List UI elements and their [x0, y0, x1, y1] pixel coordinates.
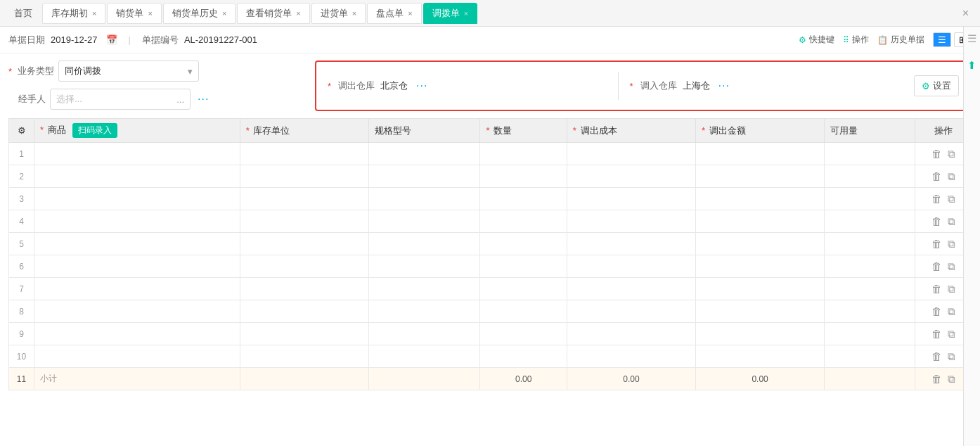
- table-row: 4 🗑 ⧉: [9, 210, 972, 233]
- delete-icon-5[interactable]: 🗑: [931, 238, 942, 250]
- product-cell-3[interactable]: [34, 188, 240, 210]
- operation-btn[interactable]: ⠿ 操作: [843, 34, 869, 46]
- source-warehouse-dots-btn[interactable]: ···: [416, 79, 427, 92]
- qty-cell-8[interactable]: [480, 300, 567, 323]
- qty-cell-5[interactable]: [480, 233, 567, 255]
- product-cell-1[interactable]: [34, 143, 240, 165]
- delete-icon-7[interactable]: 🗑: [931, 283, 942, 295]
- subtotal-qty: 0.00: [480, 368, 567, 390]
- settings-btn[interactable]: ⚙ 设置: [914, 75, 959, 96]
- delete-icon-9[interactable]: 🗑: [931, 328, 942, 340]
- copy-icon-7[interactable]: ⧉: [948, 283, 955, 295]
- tab-view-sales[interactable]: 查看销货单 ×: [237, 3, 309, 24]
- panel-expand-icon[interactable]: ⬆: [967, 59, 976, 72]
- delete-icon-3[interactable]: 🗑: [931, 193, 942, 205]
- qty-cell-7[interactable]: [480, 278, 567, 300]
- cost-cell-6[interactable]: [567, 255, 695, 278]
- product-cell-8[interactable]: [34, 300, 240, 323]
- copy-icon-8[interactable]: ⧉: [948, 305, 955, 318]
- target-warehouse-required: *: [630, 81, 633, 91]
- copy-icon-4[interactable]: ⧉: [948, 215, 955, 228]
- product-cell-4[interactable]: [34, 210, 240, 233]
- tab-sales-history[interactable]: 销货单历史 ×: [163, 3, 236, 24]
- tab-home[interactable]: 首页: [6, 3, 41, 24]
- cost-cell-2[interactable]: [567, 165, 695, 188]
- handler-dots-btn[interactable]: ···: [198, 93, 209, 106]
- tab-stocktake-label: 盘点单: [376, 7, 404, 20]
- product-cell-9[interactable]: [34, 323, 240, 345]
- delete-icon-2[interactable]: 🗑: [931, 170, 942, 182]
- unit-cell-10: [240, 345, 368, 368]
- product-cell-7[interactable]: [34, 278, 240, 300]
- history-btn[interactable]: 📋 历史单据: [877, 34, 924, 46]
- panel-list-icon[interactable]: ☰: [967, 32, 976, 45]
- cost-cell-1[interactable]: [567, 143, 695, 165]
- shortcut-btn[interactable]: ⚙ 快捷键: [799, 34, 834, 46]
- tab-inventory-init-close[interactable]: ×: [92, 9, 96, 18]
- product-cell-5[interactable]: [34, 233, 240, 255]
- copy-icon-9[interactable]: ⧉: [948, 328, 955, 340]
- target-warehouse-dots-btn[interactable]: ···: [718, 79, 730, 92]
- cost-cell-8[interactable]: [567, 300, 695, 323]
- warehouse-section: * 调出仓库 北京仓 ··· * 调入仓库 上海仓 ··· ⚙ 设置: [315, 60, 972, 111]
- tab-transfer[interactable]: 调拨单 ×: [423, 3, 477, 24]
- available-cell-3: [825, 188, 915, 210]
- copy-icon-2[interactable]: ⧉: [948, 170, 955, 183]
- handler-select[interactable]: 选择... ...: [50, 89, 191, 110]
- delete-icon-10[interactable]: 🗑: [931, 350, 942, 362]
- copy-icon-10[interactable]: ⧉: [948, 350, 955, 363]
- tab-stocktake-close[interactable]: ×: [408, 9, 412, 18]
- qty-cell-6[interactable]: [480, 255, 567, 278]
- tab-sales-order-close[interactable]: ×: [148, 9, 152, 18]
- spec-cell-6: [368, 255, 480, 278]
- qty-cell-10[interactable]: [480, 345, 567, 368]
- tab-transfer-close[interactable]: ×: [464, 9, 468, 18]
- product-cell-2[interactable]: [34, 165, 240, 188]
- list-view-btn[interactable]: ☰: [933, 32, 951, 47]
- scan-btn[interactable]: 扫码录入: [72, 123, 117, 138]
- delete-icon-6[interactable]: 🗑: [931, 260, 942, 272]
- product-cell-6[interactable]: [34, 255, 240, 278]
- delete-icon[interactable]: 🗑: [931, 373, 942, 385]
- date-label: 单据日期: [8, 34, 45, 46]
- tab-inventory-init[interactable]: 库存期初 ×: [42, 3, 105, 24]
- form-area: * 业务类型 同价调拨 ▾ 经手人 选择... ... ··· * 调出仓库 北…: [0, 53, 980, 118]
- table-row: 2 🗑 ⧉: [9, 165, 972, 188]
- cost-cell-9[interactable]: [567, 323, 695, 345]
- tab-view-sales-close[interactable]: ×: [296, 9, 300, 18]
- window-close-button[interactable]: ×: [957, 7, 974, 20]
- delete-icon-4[interactable]: 🗑: [931, 215, 942, 227]
- cost-cell-4[interactable]: [567, 210, 695, 233]
- row-num-7: 7: [9, 278, 34, 300]
- cost-cell-10[interactable]: [567, 345, 695, 368]
- qty-cell-4[interactable]: [480, 210, 567, 233]
- cost-cell-5[interactable]: [567, 233, 695, 255]
- calendar-icon[interactable]: 📅: [106, 34, 117, 45]
- copy-icon-5[interactable]: ⧉: [948, 238, 955, 250]
- copy-icon-1[interactable]: ⧉: [948, 148, 955, 160]
- copy-icon-6[interactable]: ⧉: [948, 260, 955, 273]
- copy-icon-3[interactable]: ⧉: [948, 193, 955, 205]
- business-type-select[interactable]: 同价调拨 ▾: [58, 60, 199, 82]
- spec-cell-7: [368, 278, 480, 300]
- tab-purchase-close[interactable]: ×: [352, 9, 356, 18]
- qty-cell-1[interactable]: [480, 143, 567, 165]
- available-cell-9: [825, 323, 915, 345]
- qty-cell-9[interactable]: [480, 323, 567, 345]
- copy-icon[interactable]: ⧉: [948, 373, 955, 386]
- cost-cell-7[interactable]: [567, 278, 695, 300]
- row-num-6: 6: [9, 255, 34, 278]
- delete-icon-8[interactable]: 🗑: [931, 305, 942, 317]
- product-cell-10[interactable]: [34, 345, 240, 368]
- tab-stocktake[interactable]: 盘点单 ×: [367, 3, 421, 24]
- cost-cell-3[interactable]: [567, 188, 695, 210]
- col-gear[interactable]: ⚙: [9, 119, 34, 143]
- row-num-5: 5: [9, 233, 34, 255]
- qty-cell-3[interactable]: [480, 188, 567, 210]
- tab-purchase[interactable]: 进货单 ×: [311, 3, 366, 24]
- tab-sales-history-close[interactable]: ×: [222, 9, 226, 18]
- amount-cell-2: [696, 165, 825, 188]
- tab-sales-order[interactable]: 销货单 ×: [107, 3, 161, 24]
- qty-cell-2[interactable]: [480, 165, 567, 188]
- delete-icon-1[interactable]: 🗑: [931, 148, 942, 160]
